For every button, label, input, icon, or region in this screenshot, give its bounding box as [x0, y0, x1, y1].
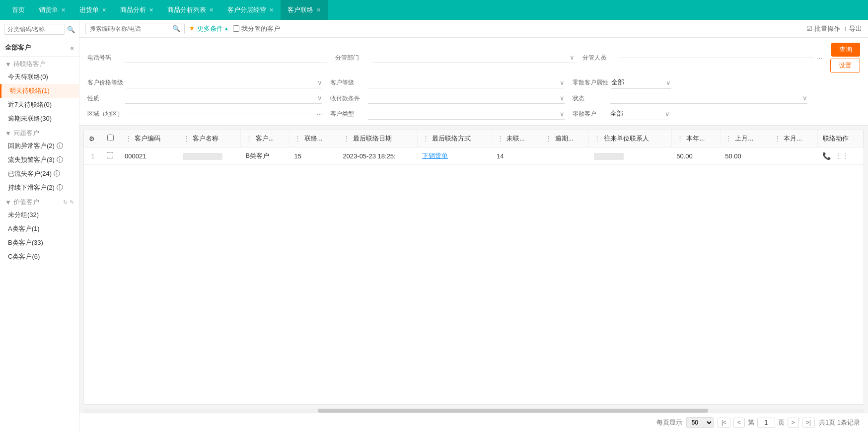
close-icon[interactable]: ✕: [269, 7, 274, 13]
filter-cell-phone: 电话号码: [87, 53, 327, 63]
nav-item-sales[interactable]: 销货单 ✕: [32, 0, 72, 20]
nav-label-customer-tier: 客户分层经营: [227, 5, 266, 14]
filter-select-dept[interactable]: ∨: [373, 52, 575, 63]
sidebar-all-customers[interactable]: 全部客户 «: [0, 39, 79, 57]
col-checkbox[interactable]: [102, 130, 120, 147]
nav-item-analysis[interactable]: 商品分析 ✕: [113, 0, 160, 20]
filter-select-customer-type[interactable]: ∨: [368, 109, 565, 120]
action-phone-icon[interactable]: 📞: [822, 152, 831, 160]
filter-select-retail-customer[interactable]: 全部 ∨: [610, 108, 670, 120]
filter-select-payment[interactable]: ∨: [368, 93, 565, 104]
filter-label-dept: 分管部门: [335, 54, 370, 62]
nav-item-purchase[interactable]: 进货单 ✕: [72, 0, 113, 20]
sidebar-item-ungrouped[interactable]: 未分组(32): [0, 208, 79, 222]
nav-item-customer-tier[interactable]: 客户分层经营 ✕: [220, 0, 281, 20]
sidebar-item-overdue[interactable]: 逾期未联络(30): [0, 112, 79, 126]
col-settings[interactable]: ⚙: [84, 130, 102, 147]
filter-select-nature[interactable]: ∨: [125, 93, 322, 104]
row-name: [178, 147, 240, 165]
filter-dots-region[interactable]: ···: [317, 110, 322, 118]
close-icon[interactable]: ✕: [149, 7, 153, 13]
sidebar-item-class-a[interactable]: A类客户(1): [0, 222, 79, 236]
sidebar-item-class-c[interactable]: C类客户(6): [0, 250, 79, 264]
section-arrow-value: ▼: [5, 199, 11, 206]
settings-button[interactable]: 设置: [830, 59, 860, 72]
section-title-problem: ▼ 问题客户: [0, 126, 79, 139]
value-refresh-icon[interactable]: ↻: [63, 199, 68, 206]
filter-cell-dept: 分管部门 ∨: [335, 52, 575, 63]
search-submit-icon[interactable]: 🔍: [172, 25, 180, 32]
sidebar-item-today[interactable]: 今天待联络(0): [0, 70, 79, 84]
sort-icon: ⋮: [183, 135, 190, 142]
more-conditions-btn[interactable]: ▼ 更多条件 ▲: [189, 24, 229, 33]
sort-icon: ⋮: [545, 135, 552, 142]
per-page-select[interactable]: 50 100 200: [686, 417, 714, 428]
filter-action-col: 查询 设置: [830, 43, 860, 72]
filter-cell-retail-attr: 零散客户属性 全部 ∨: [573, 76, 807, 89]
more-conditions-label: 更多条件: [197, 24, 223, 33]
sidebar-item-abnormal-repurchase[interactable]: 回购异常客户(2) ⓘ: [0, 139, 79, 153]
filter-label-person: 分管人员: [582, 54, 617, 62]
batch-ops-btn[interactable]: ☑ 批量操作: [806, 24, 840, 33]
my-customers-check[interactable]: [233, 25, 239, 32]
close-icon[interactable]: ✕: [61, 7, 66, 13]
settings-gear-icon[interactable]: ⚙: [89, 135, 95, 143]
sidebar-item-7days[interactable]: 近7天待联络(0): [0, 98, 79, 112]
filter-select-retail-attr[interactable]: 全部 ∨: [611, 76, 671, 89]
all-customers-label: 全部客户: [5, 43, 31, 52]
filter-label-payment: 收付款条件: [330, 94, 365, 103]
sidebar-item-declining[interactable]: 持续下滑客户(2) ⓘ: [0, 181, 79, 195]
last-page-btn[interactable]: >|: [802, 418, 815, 428]
filter-select-customer-level[interactable]: ∨: [368, 77, 565, 88]
content-area: 🔍 ▼ 更多条件 ▲ 我分管的客户 ☑ 批量操作 ↑ 导出: [79, 20, 868, 432]
row-checkbox[interactable]: [102, 147, 120, 165]
scrollbar-thumb[interactable]: [318, 409, 708, 413]
col-customer-name: ⋮ 客户名称: [178, 130, 240, 147]
my-customers-checkbox[interactable]: 我分管的客户: [233, 24, 280, 33]
chevron-down-icon: ∨: [560, 110, 565, 118]
nav-label-customer-contact: 客户联络: [288, 5, 313, 14]
filter-dots-person[interactable]: ···: [817, 54, 822, 62]
nav-item-home[interactable]: 首页: [5, 0, 32, 20]
sort-icon: ⋮: [497, 135, 504, 142]
select-all-checkbox[interactable]: [107, 135, 114, 141]
filter-cell-status: 状态 ∨: [573, 93, 807, 104]
page-label: 第: [748, 418, 754, 427]
sidebar-search-input[interactable]: [4, 24, 65, 35]
filter-label-customer-type: 客户类型: [330, 110, 365, 118]
sidebar-item-lost[interactable]: 已流失客户(24) ⓘ: [0, 167, 79, 181]
filter-select-price-level[interactable]: ∨: [126, 77, 322, 88]
filter-select-status[interactable]: ∨: [610, 93, 807, 104]
query-button[interactable]: 查询: [831, 43, 860, 57]
nav-item-analysis-list[interactable]: 商品分析列表 ✕: [160, 0, 220, 20]
prev-page-btn[interactable]: <: [733, 418, 745, 428]
search-input[interactable]: [90, 25, 172, 32]
close-icon[interactable]: ✕: [316, 7, 321, 13]
close-icon[interactable]: ✕: [102, 7, 106, 13]
filter-input-phone[interactable]: [125, 53, 327, 63]
sidebar-search-icon[interactable]: 🔍: [67, 26, 75, 33]
filter-cell-retail-customer: 零散客户 全部 ∨: [573, 108, 807, 120]
value-edit-icon[interactable]: ✎: [70, 199, 74, 206]
nav-item-customer-contact[interactable]: 客户联络 ✕: [281, 0, 328, 20]
next-page-btn[interactable]: >: [788, 418, 799, 428]
horizontal-scrollbar[interactable]: [83, 409, 864, 413]
row-select-checkbox[interactable]: [107, 152, 113, 158]
col-contact-count: ⋮ 联络...: [289, 130, 338, 147]
export-btn[interactable]: ↑ 导出: [844, 24, 863, 33]
first-page-btn[interactable]: |<: [718, 418, 730, 428]
row-type: B类客户: [241, 147, 289, 165]
filter-cell-price-level: 客户价格等级 ∨: [87, 77, 322, 88]
chevron-down-icon: ∨: [317, 94, 322, 102]
row-contact-count: 15: [289, 147, 338, 165]
filter-cell-customer-level: 客户等级 ∨: [330, 77, 565, 88]
contact-method-link[interactable]: 下销货单: [422, 152, 448, 159]
sidebar-item-tomorrow[interactable]: 明天待联络(1): [0, 84, 79, 98]
page-num-input[interactable]: [757, 418, 775, 428]
table-row: 1 000021 B类客户: [84, 147, 864, 165]
sidebar-item-loss-warning[interactable]: 流失预警客户(3) ⓘ: [0, 153, 79, 167]
close-icon[interactable]: ✕: [209, 7, 214, 13]
sidebar-item-class-b[interactable]: B类客户(33): [0, 236, 79, 250]
action-more-icon[interactable]: ⋮⋮: [835, 152, 849, 160]
chevron-down-icon: ∨: [570, 54, 575, 61]
